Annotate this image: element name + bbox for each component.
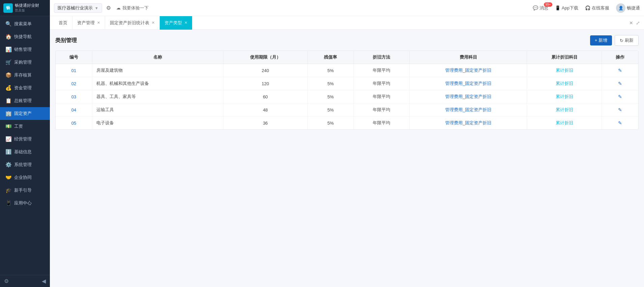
sidebar-icon-cooperation: 🤝 <box>5 174 11 181</box>
edit-icon[interactable]: ✎ <box>618 68 622 73</box>
sidebar-label-quick-nav: 快捷导航 <box>14 34 32 40</box>
sidebar-item-apps[interactable]: 📱 应用中心 <box>0 197 50 210</box>
sidebar-icon-quick-nav: 🏠 <box>5 34 11 40</box>
refresh-icon: ↻ <box>620 38 623 43</box>
sidebar-icon-funds: 💰 <box>5 85 11 91</box>
col-header: 名称 <box>92 51 223 64</box>
close-tab-icon[interactable]: ✕ <box>629 20 633 26</box>
customer-service-icon: 🎧 <box>585 5 590 10</box>
cell-code: 02 <box>56 77 92 90</box>
sidebar-item-fixed-assets[interactable]: 🏢 固定资产 <box>0 107 50 120</box>
category-table-container: 编号名称使用期限（月）残值率折旧方法费用科目累计折旧科目操作 01 房屋及建筑物… <box>55 51 639 130</box>
cell-name: 机器、机械和其他生产设备 <box>92 77 223 90</box>
cell-period: 120 <box>223 77 307 90</box>
tab-label-depreciation-table: 固定资产折旧统计表 <box>110 20 149 26</box>
maximize-tab-icon[interactable]: ⤢ <box>636 20 640 26</box>
collapse-sidebar-icon[interactable]: ◀ <box>42 278 46 284</box>
sidebar-item-system[interactable]: ⚙️ 系统管理 <box>0 158 50 171</box>
workspace-settings-icon[interactable]: ⚙ <box>106 5 111 11</box>
sidebar-item-funds[interactable]: 💰 资金管理 <box>0 82 50 94</box>
message-button[interactable]: 💬 消息 99+ <box>533 5 548 11</box>
tab-asset-mgmt[interactable]: 资产管理✕ <box>72 16 105 30</box>
cell-action[interactable]: ✎ <box>602 90 638 103</box>
sidebar-label-basic-info: 基础信息 <box>14 149 32 155</box>
tab-close-asset-mgmt[interactable]: ✕ <box>97 21 100 25</box>
tab-label-asset-type: 资产类型 <box>164 20 182 26</box>
cell-action[interactable]: ✎ <box>602 103 638 117</box>
edit-icon[interactable]: ✎ <box>618 107 622 113</box>
edit-icon[interactable]: ✎ <box>618 81 622 86</box>
page-title: 类别管理 <box>55 37 77 44</box>
refresh-button[interactable]: ↻ 刷新 <box>615 35 639 46</box>
cell-accumulated: 累计折旧 <box>527 103 602 117</box>
cell-accumulated: 累计折旧 <box>527 90 602 103</box>
edit-icon[interactable]: ✎ <box>618 120 622 126</box>
sidebar-icon-salary: 💵 <box>5 123 11 129</box>
app-download-icon: 📱 <box>555 5 560 10</box>
cell-expense: 管理费用_固定资产折旧 <box>409 77 527 90</box>
sidebar-item-inventory[interactable]: 📦 库存核算 <box>0 69 50 82</box>
cell-period: 240 <box>223 64 307 77</box>
sidebar-item-salary[interactable]: 💵 工资 <box>0 120 50 133</box>
col-header: 费用科目 <box>409 51 527 64</box>
tab-depreciation-table[interactable]: 固定资产折旧统计表✕ <box>105 16 160 30</box>
sidebar-nav: 🔍 搜索菜单 🏠 快捷导航 📊 销售管理 🛒 采购管理 📦 库存核算 💰 资金管… <box>0 16 50 275</box>
edit-icon[interactable]: ✎ <box>618 94 622 99</box>
col-header: 折旧方法 <box>354 51 410 64</box>
cell-residual: 5% <box>307 64 354 77</box>
cell-name: 电子设备 <box>92 117 223 130</box>
cell-action[interactable]: ✎ <box>602 64 638 77</box>
table-body: 01 房屋及建筑物 240 5% 年限平均 管理费用_固定资产折旧 累计折旧 ✎… <box>56 64 638 130</box>
sidebar-item-guide[interactable]: 🎓 新手引导 <box>0 184 50 197</box>
table-row: 02 机器、机械和其他生产设备 120 5% 年限平均 管理费用_固定资产折旧 … <box>56 77 638 90</box>
sidebar-item-ledger[interactable]: 📋 总账管理 <box>0 94 50 107</box>
cell-name: 运输工具 <box>92 103 223 117</box>
cell-action[interactable]: ✎ <box>602 77 638 90</box>
sidebar-icon-basic-info: ℹ️ <box>5 149 11 155</box>
sidebar-icon-system: ⚙️ <box>5 162 11 168</box>
sidebar-icon-purchase: 🛒 <box>5 59 11 65</box>
sidebar-label-apps: 应用中心 <box>14 200 32 206</box>
sidebar-label-system: 系统管理 <box>14 162 32 168</box>
cell-action[interactable]: ✎ <box>602 117 638 130</box>
sidebar-icon-ledger: 📋 <box>5 98 11 104</box>
sidebar-item-sales[interactable]: 📊 销售管理 <box>0 43 50 56</box>
customer-service-button[interactable]: 🎧 在线客服 <box>585 5 609 11</box>
sidebar-icon-fixed-assets: 🏢 <box>5 110 11 117</box>
table-header: 编号名称使用期限（月）残值率折旧方法费用科目累计折旧科目操作 <box>56 51 638 64</box>
cell-method: 年限平均 <box>354 77 410 90</box>
new-button[interactable]: + 新增 <box>590 35 612 45</box>
sidebar-item-quick-nav[interactable]: 🏠 快捷导航 <box>0 30 50 43</box>
app-download-button[interactable]: 📱 App下载 <box>555 5 578 11</box>
user-name: 畅捷通 <box>627 5 640 11</box>
col-header: 编号 <box>56 51 92 64</box>
user-menu[interactable]: 👤 畅捷通 <box>616 3 640 13</box>
experience-icon: ☁ <box>116 5 121 10</box>
category-table: 编号名称使用期限（月）残值率折旧方法费用科目累计折旧科目操作 01 房屋及建筑物… <box>56 51 638 129</box>
sidebar-label-ledger: 总账管理 <box>14 98 32 104</box>
table-header-row: 编号名称使用期限（月）残值率折旧方法费用科目累计折旧科目操作 <box>56 51 638 64</box>
tab-close-depreciation-table[interactable]: ✕ <box>152 21 155 25</box>
workspace-selector[interactable]: 医疗器械行业演示 ▼ <box>54 3 102 13</box>
col-header: 残值率 <box>307 51 354 64</box>
settings-icon[interactable]: ⚙ <box>4 278 9 284</box>
tab-home[interactable]: 首页 <box>54 16 72 30</box>
sidebar: 畅 畅捷通好业财 普及版 🔍 搜索菜单 🏠 快捷导航 📊 销售管理 🛒 采购管理… <box>0 0 50 287</box>
cell-name: 器具、工具、家具等 <box>92 90 223 103</box>
sidebar-item-search[interactable]: 🔍 搜索菜单 <box>0 18 50 30</box>
sidebar-item-purchase[interactable]: 🛒 采购管理 <box>0 56 50 69</box>
experience-button[interactable]: ☁ 我要体验一下 <box>116 5 149 11</box>
tab-asset-type[interactable]: 资产类型✕ <box>160 16 192 30</box>
sidebar-item-cooperation[interactable]: 🤝 企业协同 <box>0 171 50 184</box>
sidebar-item-basic-info[interactable]: ℹ️ 基础信息 <box>0 146 50 158</box>
cell-period: 48 <box>223 103 307 117</box>
cell-residual: 5% <box>307 103 354 117</box>
page-header: 类别管理 + 新增 ↻ 刷新 <box>55 35 639 46</box>
page-content: 类别管理 + 新增 ↻ 刷新 编号名称使用期限（月）残值率折旧方法费用科目累计折… <box>50 30 644 287</box>
cell-residual: 5% <box>307 117 354 130</box>
tab-close-asset-type[interactable]: ✕ <box>184 21 187 25</box>
page-actions: + 新增 ↻ 刷新 <box>590 35 639 46</box>
cell-accumulated: 累计折旧 <box>527 64 602 77</box>
cell-expense: 管理费用_固定资产折旧 <box>409 103 527 117</box>
sidebar-item-operations[interactable]: 📈 经营管理 <box>0 133 50 146</box>
